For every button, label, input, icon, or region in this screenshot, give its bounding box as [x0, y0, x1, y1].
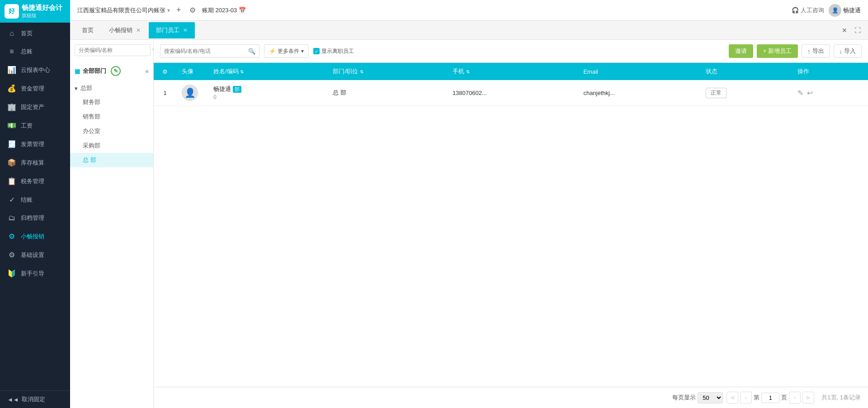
import-label: 导入	[844, 47, 856, 55]
dept-item-purchase[interactable]: 采购部	[70, 138, 153, 153]
row-email: chanjethkj...	[578, 80, 700, 106]
sidebar-item-label: 云报表中心	[21, 66, 50, 74]
dept-group-toggle[interactable]: ▾ 总部	[70, 81, 153, 95]
employee-search-input[interactable]	[164, 48, 246, 54]
employee-table: ⚙ 头像 姓名/编码 ⇅ 部门/职位 ⇅ 手机	[154, 63, 868, 387]
sidebar-item-settings[interactable]: ⚙ 基础设置	[0, 246, 70, 264]
sidebar-item-reports[interactable]: 📊 云报表中心	[0, 61, 70, 79]
company-name: 江西服宝精品有限责任公司内账张	[77, 6, 165, 14]
sidebar-item-archive[interactable]: 🗂 归档管理	[0, 209, 70, 227]
sidebar-item-guide[interactable]: 🔰 新手引导	[0, 264, 70, 283]
last-page-button[interactable]: ⊳	[802, 392, 814, 403]
row-actions: ✎ ↩	[792, 80, 868, 106]
calendar-icon: 📅	[239, 7, 246, 14]
sidebar-item-label: 基础设置	[21, 251, 44, 259]
sidebar-item-settle[interactable]: ✓ 结账	[0, 190, 70, 209]
settings-button[interactable]: ⚙	[188, 4, 198, 16]
dept-group-arrow-icon: ▾	[75, 85, 78, 92]
sidebar-item-expense[interactable]: ⚙ 小畅报销	[0, 227, 70, 246]
import-button[interactable]: ↓ 导入	[834, 44, 862, 58]
first-page-button[interactable]: ⊲	[726, 392, 738, 403]
sidebar-item-capital[interactable]: 💰 资金管理	[0, 79, 70, 98]
more-filters-button[interactable]: ⚡ 更多条件 ▾	[264, 44, 309, 58]
next-page-button[interactable]: ›	[789, 392, 801, 403]
prev-page-button[interactable]: ‹	[740, 392, 752, 403]
period-selector[interactable]: 账期 2023-03 📅	[202, 6, 246, 14]
dept-item-general[interactable]: 总 部	[70, 153, 153, 167]
invite-button[interactable]: 邀请	[729, 44, 753, 58]
sidebar-item-ledger[interactable]: ≡ 总账	[0, 43, 70, 61]
sort-icon: ⇅	[466, 69, 470, 74]
col-settings[interactable]: ⚙	[154, 63, 176, 80]
table-row: 1 👤 畅捷通 部	[154, 80, 868, 106]
sidebar-item-label: 结账	[21, 196, 33, 204]
row-avatar: 👤	[176, 80, 208, 106]
tax-icon: 📋	[7, 177, 16, 185]
sidebar-item-tax[interactable]: 📋 税务管理	[0, 172, 70, 190]
employee-search-box[interactable]: 🔍	[160, 44, 259, 58]
logo-icon: 好	[5, 4, 19, 19]
dept-group-headquarter: ▾ 总部 财务部 销售部 办公室 采购部 总 部	[70, 80, 153, 169]
col-phone[interactable]: 手机 ⇅	[447, 63, 578, 80]
sidebar-item-payroll[interactable]: 💵 工资	[0, 116, 70, 135]
action-buttons: ✎ ↩	[797, 89, 863, 97]
close-tab-button[interactable]: ✕	[839, 25, 850, 36]
add-employee-button[interactable]: + 新增员工	[757, 44, 798, 58]
page-number-input[interactable]	[761, 393, 779, 403]
company-selector[interactable]: 江西服宝精品有限责任公司内账张 ▾	[77, 6, 170, 14]
sidebar-item-label: 发票管理	[21, 140, 44, 148]
app-name: 畅捷通好会计	[22, 4, 62, 12]
sidebar-item-inventory[interactable]: 📦 库存核算	[0, 153, 70, 172]
sidebar-item-label: 小畅报销	[21, 232, 44, 241]
avatar: 👤	[182, 85, 198, 101]
guide-icon: 🔰	[7, 269, 16, 278]
dept-edit-button[interactable]: ✎	[111, 66, 121, 76]
support-button[interactable]: 🎧 人工咨询	[792, 6, 824, 14]
sidebar-logo[interactable]: 好 畅捷通好会计 旗舰版	[0, 0, 70, 23]
logout-employee-button[interactable]: ↩	[807, 89, 813, 97]
user-menu[interactable]: 👤 畅捷通	[829, 4, 861, 17]
sidebar-item-label: 新手引导	[21, 270, 44, 278]
dept-search-area: 🔍	[70, 40, 153, 61]
sidebar-item-label: 首页	[21, 29, 33, 38]
export-button[interactable]: ↑ 导出	[802, 44, 830, 58]
per-page-dropdown[interactable]: 50 20 100	[698, 392, 723, 403]
sidebar-item-invoice[interactable]: 🧾 发票管理	[0, 135, 70, 153]
tab-dept-close[interactable]: ✕	[183, 27, 188, 33]
tab-bar: 首页 小畅报销 ✕ 部门员工 ✕ ✕ ⛶	[70, 21, 868, 40]
tab-dept[interactable]: 部门员工 ✕	[149, 22, 195, 38]
tab-home[interactable]: 首页	[75, 22, 101, 38]
employee-panel: 🔍 ⚡ 更多条件 ▾ ✓ 显示离职员工 邀请 + 新增员工 ↑ 导出	[154, 40, 868, 408]
sidebar-item-home[interactable]: ⌂ 首页	[0, 24, 70, 43]
row-dept: 总 部	[327, 80, 447, 106]
sidebar-item-label: 总账	[21, 47, 33, 56]
department-tree: ▦ 全部部门 ✎ « ▾ 总部 财务部 销售部 办公室 采购部 总 部	[70, 61, 153, 408]
ledger-icon: ≡	[7, 47, 16, 56]
support-label: 人工咨询	[801, 6, 824, 14]
sidebar-item-assets[interactable]: 🏢 固定资产	[0, 98, 70, 116]
col-name[interactable]: 姓名/编码 ⇅	[208, 63, 327, 80]
cancel-fixed-button[interactable]: ◄◄ 取消固定	[0, 390, 70, 408]
tab-expense[interactable]: 小畅报销 ✕	[102, 22, 148, 38]
fullscreen-button[interactable]: ⛶	[852, 25, 863, 36]
dept-item-finance[interactable]: 财务部	[70, 95, 153, 109]
col-dept[interactable]: 部门/职位 ⇅	[327, 63, 447, 80]
employee-badge: 部	[233, 86, 241, 93]
export-icon: ↑	[807, 48, 811, 55]
toolbar-right-actions: 邀请 + 新增员工 ↑ 导出 ↓ 导入	[729, 44, 862, 58]
show-resigned-checkbox[interactable]: ✓ 显示离职员工	[313, 47, 354, 55]
page-unit: 页	[781, 394, 787, 402]
filter-label: 更多条件	[278, 47, 299, 55]
add-tab-button[interactable]: +	[175, 4, 183, 17]
dept-search-input[interactable]	[75, 44, 151, 56]
avatar-person-icon: 👤	[184, 87, 196, 98]
dept-item-office[interactable]: 办公室	[70, 124, 153, 138]
sidebar: 好 畅捷通好会计 旗舰版 ⌂ 首页 ≡ 总账 📊 云报表中心 💰 资金管理 🏢 …	[0, 0, 70, 408]
all-departments-item[interactable]: ▦ 全部部门 ✎ «	[70, 62, 153, 80]
collapse-panel-button[interactable]: «	[145, 67, 149, 75]
edit-employee-button[interactable]: ✎	[797, 89, 803, 97]
dept-item-sales[interactable]: 销售部	[70, 109, 153, 124]
sidebar-item-label: 资金管理	[21, 85, 44, 93]
tab-expense-close[interactable]: ✕	[136, 27, 141, 33]
col-phone-label: 手机	[453, 68, 464, 75]
